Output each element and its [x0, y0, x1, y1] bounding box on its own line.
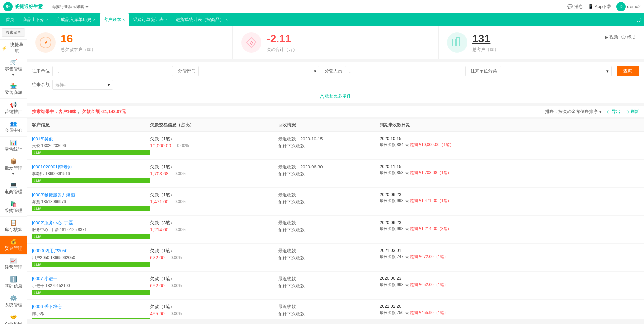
- unit-category-select[interactable]: ▾: [500, 66, 612, 76]
- due-detail-0: 最长欠款 884 天 超期 ¥10,000.00（1笔）: [380, 142, 639, 148]
- debt-count-5: 欠款（1笔）: [150, 276, 278, 282]
- customer-name-5[interactable]: [0007]小进干: [32, 276, 150, 282]
- overdue-link-5[interactable]: 超期 ¥652.00（1笔）: [410, 282, 448, 287]
- minimize-icon[interactable]: —: [630, 17, 635, 22]
- sidebar-item-marketing[interactable]: 📢 营销推广: [0, 99, 27, 118]
- card-info-3: 131 总客户（家）: [472, 33, 600, 53]
- help-icon: ⓪: [621, 34, 626, 40]
- debt-count-6: 欠款（1笔）: [150, 304, 278, 310]
- tab-purchase-stats[interactable]: 进货单统计表（按商品） ×: [172, 13, 232, 26]
- overdue-link-6[interactable]: 超期 ¥455.90（1笔）: [410, 310, 448, 315]
- debt-info-5: 欠款（1笔） 652.00 0.00%: [150, 276, 278, 288]
- overdue-link-1[interactable]: 超期 ¥1,703.68（1笔）: [410, 170, 451, 175]
- tab-product-status[interactable]: 商品上下架 ×: [19, 13, 52, 26]
- chevron-down-icon-2: ▾: [606, 69, 609, 74]
- due-info-6: 2021.02.26 最长欠款 750 天 超期 ¥455.90（1笔）: [380, 304, 639, 316]
- due-info-3: 2020.06.23 最长欠款 998 天 超期 ¥1,214.00（3笔）: [380, 220, 639, 232]
- refresh-btn[interactable]: ⊙ 刷新: [625, 109, 639, 115]
- debt-amount-3[interactable]: 1,214.00: [150, 227, 169, 232]
- dept-select[interactable]: ▾: [198, 66, 319, 76]
- user-menu[interactable]: D demo2: [616, 2, 641, 11]
- collapse-btn[interactable]: ⋀ 收起更多条件: [32, 93, 639, 99]
- tab-customer-account[interactable]: 客户账本 ×: [100, 13, 129, 26]
- filter-source-unit: 往来单位 ...: [32, 66, 173, 76]
- customer-name-1[interactable]: [0001020001]李老师: [32, 164, 150, 170]
- quick-nav[interactable]: ⚡ 快捷导航: [0, 40, 27, 56]
- debt-amount-0[interactable]: 10,000.00: [150, 143, 171, 148]
- top-bar-right: 💬 消息 📱 App下载 D demo2: [567, 2, 641, 11]
- sidebar-item-finance-mgmt[interactable]: 💰 资金管理: [0, 236, 27, 255]
- next-payment-label-6: 预计下次收款: [278, 311, 380, 317]
- tab-production-history[interactable]: 产成品入库单历史 ×: [52, 13, 99, 26]
- debt-amount-6[interactable]: 455.90: [150, 311, 165, 316]
- sort-select[interactable]: 排序：按欠款金额倒序排序 ▾: [545, 109, 602, 115]
- manager-input[interactable]: ...: [345, 66, 466, 76]
- customer-name-6[interactable]: [0006]丢下粮仓: [32, 304, 150, 310]
- search-menu-btn[interactable]: 搜索菜单: [2, 28, 25, 37]
- overdue-link-0[interactable]: 超期 ¥10,000.00（1笔）: [410, 142, 454, 147]
- balance-select[interactable]: 选择... ▾: [52, 80, 113, 90]
- tab-home[interactable]: 首页: [2, 13, 19, 26]
- message-btn[interactable]: 💬 消息: [567, 4, 583, 10]
- tab-close-customer-account[interactable]: ×: [123, 18, 125, 22]
- customer-name-3[interactable]: [0002]服务中心_丁磊: [32, 220, 150, 226]
- source-unit-input[interactable]: ...: [52, 66, 173, 76]
- customer-name-4[interactable]: [000002]用户2050: [32, 248, 150, 254]
- debt-amount-2[interactable]: 1,471.00: [150, 199, 169, 204]
- sidebar-item-purchase-mgmt[interactable]: 🛍️ 采购管理: [0, 198, 27, 217]
- debt-row-2: 1,471.00 0.00%: [150, 199, 278, 204]
- sidebar-item-retail-mgmt[interactable]: 🛒 零售管理 ▼: [0, 56, 27, 80]
- customer-name-0[interactable]: [0016]吴俊: [32, 136, 150, 142]
- sidebar-item-inventory[interactable]: 📋 库存核算: [0, 217, 27, 236]
- svg-text:¥: ¥: [44, 40, 47, 45]
- debt-amount-1[interactable]: 1,703.68: [150, 171, 169, 176]
- sidebar-item-member-center[interactable]: 👥 会员中心: [0, 118, 27, 137]
- search-btn[interactable]: 查询: [617, 66, 639, 76]
- debt-amount-5[interactable]: 652.00: [150, 283, 165, 288]
- sidebar-item-enterprise-collab[interactable]: 🤝 企业协同: [0, 311, 27, 324]
- due-date-1: 2020.11.15: [380, 164, 639, 169]
- table-row: [0003]畅捷服务尹海燕 海燕 18513066976 现销 欠款（1笔） 1…: [27, 188, 644, 216]
- due-detail-3: 最长欠款 998 天 超期 ¥1,214.00（3笔）: [380, 226, 639, 232]
- sort-chevron-icon: ▾: [599, 109, 602, 114]
- results-info: 搜索结果中，客户16家， 欠款金额 -21,148.07元: [32, 109, 126, 115]
- app-download-btn[interactable]: 📱 App下载: [588, 4, 611, 10]
- tab-purchase-order[interactable]: 采购订单统计表 ×: [129, 13, 171, 26]
- tab-close-purchase-order[interactable]: ×: [165, 18, 167, 22]
- video-btn[interactable]: ▶ 视频: [605, 34, 618, 40]
- col-header-recovery: 回收情况: [278, 122, 380, 128]
- sidebar-item-ecommerce[interactable]: 💻 电商管理: [0, 179, 27, 198]
- debt-percent-4: 0.00%: [171, 255, 182, 260]
- card-value-1: 16: [61, 33, 224, 45]
- maximize-icon[interactable]: ⛶: [636, 17, 641, 22]
- sidebar-item-basic-info[interactable]: ℹ️ 基础信息: [0, 273, 27, 292]
- overdue-link-2[interactable]: 超期 ¥1,471.00（1笔）: [410, 198, 451, 203]
- debt-percent-6: 0.00%: [171, 311, 182, 316]
- debt-info-6: 欠款（1笔） 455.90 0.00%: [150, 304, 278, 316]
- customer-tag-6: 现销: [32, 318, 150, 319]
- video-icon: ▶: [605, 35, 608, 40]
- main-content: ¥ 16 总欠款客户（家） ◇ -2.11 欠款合计（万）: [27, 26, 644, 324]
- customer-info-1: [0001020001]李老师 李老师 18600391516 现销: [32, 164, 150, 183]
- overdue-link-3[interactable]: 超期 ¥1,214.00（3笔）: [410, 226, 451, 231]
- sidebar-item-wholesale-mgmt[interactable]: 📦 批发管理 ▼: [0, 155, 27, 179]
- sidebar-item-retail-mall[interactable]: 🏪 零售商城: [0, 80, 27, 99]
- overdue-link-4[interactable]: 超期 ¥672.00（1笔）: [410, 254, 448, 259]
- company-select[interactable]: 母婴行业演示账套: [51, 4, 90, 9]
- help-btn[interactable]: ⓪ 帮助: [621, 34, 636, 40]
- tab-close-production-history[interactable]: ×: [93, 18, 95, 22]
- sidebar-item-business-mgmt[interactable]: 📈 经营管理: [0, 255, 27, 273]
- tab-close-product-status[interactable]: ×: [46, 18, 48, 22]
- debt-amount-4[interactable]: 672.00: [150, 255, 165, 260]
- card-info-1: 16 总欠款客户（家）: [61, 33, 224, 53]
- customer-phone-2: 海燕 18513066976: [32, 199, 150, 205]
- export-btn[interactable]: ⊙ 导出: [607, 109, 620, 115]
- inventory-icon: 📋: [2, 219, 25, 226]
- nav-tabs: 首页 商品上下架 × 产成品入库单历史 × 客户账本 × 采购订单统计表 × 进…: [0, 13, 644, 26]
- customer-name-2[interactable]: [0003]畅捷服务尹海燕: [32, 192, 150, 198]
- tab-close-purchase-stats[interactable]: ×: [226, 18, 228, 22]
- sidebar-item-system-mgmt[interactable]: ⚙️ 系统管理: [0, 292, 27, 311]
- recent-payment-label-2: 最近收款: [278, 192, 380, 198]
- sidebar-item-retail-stats[interactable]: 📊 零售统计: [0, 137, 27, 155]
- table-row-inner-2: [0003]畅捷服务尹海燕 海燕 18513066976 现销 欠款（1笔） 1…: [27, 188, 644, 215]
